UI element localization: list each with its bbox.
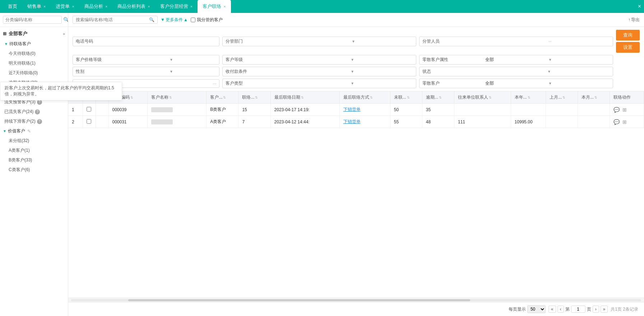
branch-dept-arrow-icon: ▼ bbox=[352, 39, 413, 43]
more-conditions-button[interactable]: ▼ 更多条件 ▲ bbox=[161, 17, 188, 23]
person-sort-icon[interactable]: ⇅ bbox=[489, 96, 492, 99]
col-contact-person-header: 往来单位联系人 ⇅ bbox=[454, 91, 511, 104]
export-button[interactable]: ↑ 导出 bbox=[628, 17, 640, 23]
row2-idx: 2 bbox=[68, 116, 83, 128]
customer-level-select[interactable]: 客户等级 ▼ bbox=[222, 55, 416, 65]
phone-input[interactable] bbox=[96, 39, 216, 44]
col-contact-header: 联络... ⇅ bbox=[238, 91, 270, 104]
code-sort-icon[interactable]: ⇅ bbox=[130, 96, 133, 99]
filter-row-4: ··· 客户类型 ▼ 零散客户 全部 ▼ bbox=[73, 79, 640, 88]
nav-tab-home[interactable]: 首页 bbox=[3, 0, 22, 13]
contact-sort-icon[interactable]: ⇅ bbox=[255, 96, 258, 99]
sidebar-search-icon[interactable]: 🔍 bbox=[63, 17, 68, 23]
edit-icon[interactable]: ✎ bbox=[27, 129, 31, 134]
filter-row-2: 客户价格等级 ▼ 客户等级 ▼ 零散客户属性 全部 ▼ bbox=[73, 55, 640, 65]
row1-message-icon[interactable]: 💬 bbox=[613, 107, 620, 113]
close-product-analysis-tab-icon[interactable]: × bbox=[105, 4, 107, 9]
customer-price-level-select[interactable]: 客户价格等级 ▼ bbox=[73, 55, 219, 65]
last-month-sort-icon[interactable]: ⇅ bbox=[562, 96, 565, 99]
query-button[interactable]: 查询 bbox=[616, 30, 640, 41]
sidebar-item-a-class[interactable]: A类客户(1) bbox=[0, 146, 68, 155]
page-number-input[interactable] bbox=[571, 306, 585, 313]
close-customer-contact-tab-icon[interactable]: × bbox=[223, 4, 226, 9]
sidebar-item-7days[interactable]: 近7天待联络(0) bbox=[0, 68, 68, 78]
nav-tab-customer-contact[interactable]: 客户联络 × bbox=[198, 0, 231, 13]
scroll-thumb bbox=[128, 299, 470, 301]
filter-search-icon[interactable]: 🔍 bbox=[149, 17, 154, 22]
overdue-sort-icon[interactable]: ⇅ bbox=[439, 96, 442, 99]
row1-checkbox[interactable] bbox=[87, 107, 91, 112]
sidebar-item-lost-customers[interactable]: 已流失客户(24) ? bbox=[0, 107, 68, 117]
sidebar-item-c-class[interactable]: C类客户(6) bbox=[0, 165, 68, 175]
row2-last-method[interactable]: 下销货单 bbox=[339, 116, 390, 128]
all-customers-header[interactable]: ⊞ 全部客户 » bbox=[0, 28, 68, 39]
my-customers-input[interactable] bbox=[191, 18, 195, 22]
repurchase-tooltip: 距客户上次交易时长，超过了此客户的平均交易周期的1.5倍，则视为异常。 bbox=[0, 82, 122, 100]
sidebar-search-area: 🔍 bbox=[0, 13, 68, 27]
sidebar-item-declining-customers[interactable]: 持续下滑客户(2) ? bbox=[0, 117, 68, 126]
top-navigation: 首页 销售单 × 进货单 × 商品分析 × 商品分析列表 × 客户分层经营 × … bbox=[0, 0, 644, 13]
row1-more-icon[interactable]: ⊞ bbox=[622, 107, 627, 113]
nav-tab-customer-segment[interactable]: 客户分层经营 × bbox=[155, 0, 198, 13]
nav-tab-product-analysis[interactable]: 商品分析 × bbox=[79, 0, 112, 13]
row1-this-month bbox=[578, 104, 610, 116]
query-set-buttons: 查询 设置 bbox=[616, 30, 640, 53]
col-level-header: 客户... ⇅ bbox=[207, 91, 238, 104]
nav-tab-sales[interactable]: 销售单 × bbox=[22, 0, 51, 13]
page-size-select-input[interactable]: 50 10 20 100 bbox=[527, 305, 546, 313]
first-page-button[interactable]: « bbox=[548, 306, 556, 313]
this-month-sort-icon[interactable]: ⇅ bbox=[594, 96, 597, 99]
window-close-icon[interactable]: × bbox=[638, 3, 641, 10]
row1-last-method[interactable]: 下销货单 bbox=[339, 104, 390, 116]
prev-page-button[interactable]: ‹ bbox=[557, 306, 564, 313]
collapse-sidebar-icon[interactable]: » bbox=[63, 32, 65, 36]
nav-tab-product-list[interactable]: 商品分析列表 × bbox=[112, 0, 155, 13]
total-records-label: 共1页 2条记录 bbox=[611, 306, 638, 312]
close-purchase-tab-icon[interactable]: × bbox=[72, 4, 74, 9]
set-button[interactable]: 设置 bbox=[616, 42, 640, 53]
no-contact-sort-icon[interactable]: ⇅ bbox=[407, 96, 410, 99]
row1-last-date: 2023-04-17 14:19: bbox=[270, 104, 339, 116]
level-sort-icon[interactable]: ⇅ bbox=[223, 96, 226, 99]
row2-last-month bbox=[546, 116, 578, 128]
horizontal-scrollbar[interactable] bbox=[68, 298, 644, 302]
close-sales-tab-icon[interactable]: × bbox=[43, 4, 46, 9]
row1-last-month bbox=[546, 104, 578, 116]
declining-icon: ? bbox=[37, 119, 42, 124]
row2-no-contact: 55 bbox=[390, 116, 422, 128]
nav-tab-purchase[interactable]: 进货单 × bbox=[51, 0, 79, 13]
row2-message-icon[interactable]: 💬 bbox=[613, 119, 620, 125]
payment-terms-arrow-icon: ▼ bbox=[351, 70, 413, 74]
gender-select[interactable]: 性别 ▼ bbox=[73, 67, 219, 76]
dots-icon: ··· bbox=[213, 81, 216, 86]
filter-search-input[interactable] bbox=[76, 17, 148, 22]
status-select[interactable]: 状态 ▼ bbox=[419, 67, 613, 76]
this-year-sort-icon[interactable]: ⇅ bbox=[528, 96, 531, 99]
row2-level: A类客户 bbox=[207, 116, 238, 128]
sidebar-item-today[interactable]: 今天待联络(0) bbox=[0, 49, 68, 58]
last-date-sort-icon[interactable]: ⇅ bbox=[301, 96, 304, 99]
sidebar-item-b-class[interactable]: B类客户(33) bbox=[0, 155, 68, 165]
pending-contact-header[interactable]: ▼ 待联络客户 bbox=[0, 39, 68, 49]
customer-type-select[interactable]: 客户类型 ▼ bbox=[222, 79, 416, 88]
payment-terms-select[interactable]: 收付款条件 ▼ bbox=[222, 67, 416, 76]
value-customers-header[interactable]: ▼ 价值客户 ✎ bbox=[0, 126, 68, 136]
branch-person-select[interactable]: 分管人员 ··· bbox=[419, 37, 613, 46]
sidebar-search-input[interactable] bbox=[3, 16, 62, 24]
page-size-selector: 每页显示 50 10 20 100 bbox=[509, 305, 546, 313]
row2-checkbox[interactable] bbox=[87, 119, 91, 124]
row2-more-icon[interactable]: ⊞ bbox=[622, 119, 627, 125]
row1-action-cell: 💬 ⊞ bbox=[610, 104, 644, 116]
sidebar-item-unclassified[interactable]: 未分组(32) bbox=[0, 136, 68, 146]
retail-customer-select[interactable]: 零散客户 全部 ▼ bbox=[419, 79, 613, 88]
retail-attr-select[interactable]: 零散客户属性 全部 ▼ bbox=[419, 55, 613, 65]
last-method-sort-icon[interactable]: ⇅ bbox=[370, 96, 373, 99]
name-sort-icon[interactable]: ⇅ bbox=[169, 96, 172, 99]
last-page-button[interactable]: » bbox=[601, 306, 608, 313]
branch-dept-select[interactable]: 分管部门 ▼ bbox=[222, 37, 416, 46]
close-customer-segment-tab-icon[interactable]: × bbox=[190, 4, 193, 9]
close-product-list-tab-icon[interactable]: × bbox=[148, 4, 150, 9]
sidebar-item-tomorrow[interactable]: 明天待联络(1) bbox=[0, 58, 68, 68]
next-page-button[interactable]: › bbox=[593, 306, 599, 313]
price-level-arrow-icon: ▼ bbox=[170, 58, 216, 62]
